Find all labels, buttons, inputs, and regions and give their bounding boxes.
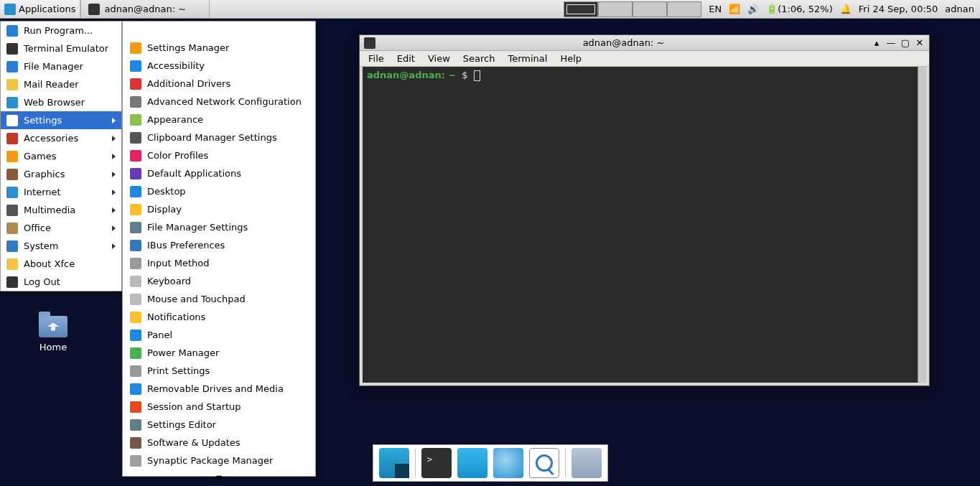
dock-terminal[interactable] xyxy=(421,448,452,478)
notifications-icon[interactable]: 🔔 xyxy=(840,4,851,14)
submenu-item-settings-editor[interactable]: Settings Editor xyxy=(123,416,315,434)
dock-file-manager[interactable] xyxy=(457,448,487,478)
dock-show-desktop[interactable] xyxy=(379,448,409,478)
menu-item-system[interactable]: System xyxy=(1,237,121,255)
dock-web-browser[interactable] xyxy=(493,448,523,478)
submenu-arrow-icon xyxy=(112,225,116,231)
submenu-item-panel[interactable]: Panel xyxy=(123,326,315,344)
submenu-item-label: Settings Manager xyxy=(147,42,229,53)
terminal-menu-view[interactable]: View xyxy=(428,53,450,64)
submenu-item-default-applications[interactable]: Default Applications xyxy=(123,164,315,182)
submenu-item-icon xyxy=(130,294,141,305)
workspace-3[interactable] xyxy=(633,1,667,17)
desktop-home-icon[interactable]: Home xyxy=(32,316,75,352)
menu-item-graphics[interactable]: Graphics xyxy=(1,165,121,183)
menu-item-log-out[interactable]: Log Out xyxy=(1,273,121,291)
submenu-arrow-icon xyxy=(112,172,116,177)
terminal-menu-edit[interactable]: Edit xyxy=(397,53,415,64)
minimize-button[interactable]: — xyxy=(886,38,896,48)
submenu-arrow-icon xyxy=(112,190,116,195)
taskbar-window-button[interactable]: adnan@adnan: ~ xyxy=(80,0,210,18)
menu-item-internet[interactable]: Internet xyxy=(1,183,121,201)
submenu-item-input-method[interactable]: Input Method xyxy=(123,254,315,272)
rollup-button[interactable]: ▴ xyxy=(872,38,882,48)
menu-item-run-program[interactable]: Run Program... xyxy=(1,22,121,39)
submenu-item-synaptic-package-manager[interactable]: Synaptic Package Manager xyxy=(123,452,315,469)
submenu-item-icon xyxy=(130,347,141,359)
menu-item-office[interactable]: Office xyxy=(1,219,121,237)
menu-item-games[interactable]: Games xyxy=(1,147,121,165)
user-menu[interactable]: adnan xyxy=(945,4,974,14)
submenu-item-file-manager-settings[interactable]: File Manager Settings xyxy=(123,218,315,236)
terminal-menu-help[interactable]: Help xyxy=(560,53,582,64)
taskbar-window-title: adnan@adnan: ~ xyxy=(104,4,186,14)
submenu-item-accessibility[interactable]: Accessibility xyxy=(123,57,315,75)
submenu-item-display[interactable]: Display xyxy=(123,200,315,218)
terminal-scrollbar[interactable] xyxy=(918,67,926,383)
submenu-item-software-updates[interactable]: Software & Updates xyxy=(123,434,315,452)
menu-item-icon xyxy=(6,223,18,234)
submenu-item-print-settings[interactable]: Print Settings xyxy=(123,362,315,380)
menu-item-label: Graphics xyxy=(24,169,65,179)
menu-item-mail-reader[interactable]: Mail Reader xyxy=(1,75,121,93)
submenu-item-icon xyxy=(130,312,141,323)
dock-app-finder[interactable] xyxy=(529,448,559,478)
submenu-item-ibus-preferences[interactable]: IBus Preferences xyxy=(123,236,315,254)
volume-icon[interactable]: 🔊 xyxy=(747,4,759,14)
menu-item-icon xyxy=(6,276,18,288)
terminal-menu-file[interactable]: File xyxy=(368,53,384,64)
submenu-item-mouse-and-touchpad[interactable]: Mouse and Touchpad xyxy=(123,290,315,308)
applications-menu-button[interactable]: Applications xyxy=(0,0,80,18)
top-panel: Applications adnan@adnan: ~ EN 📶 🔊 🔋(1:0… xyxy=(0,0,980,19)
close-button[interactable]: ✕ xyxy=(915,38,925,48)
workspace-2[interactable] xyxy=(598,1,633,17)
menu-item-web-browser[interactable]: Web Browser xyxy=(1,93,121,111)
terminal-titlebar[interactable]: adnan@adnan: ~ ▴ — ▢ ✕ xyxy=(360,35,929,51)
terminal-menubar: FileEditViewSearchTerminalHelp xyxy=(360,51,929,67)
keyboard-layout-indicator[interactable]: EN xyxy=(709,4,722,14)
submenu-item-icon xyxy=(130,132,141,144)
terminal-menu-terminal[interactable]: Terminal xyxy=(508,53,547,64)
menu-item-about-xfce[interactable]: About Xfce xyxy=(1,255,121,273)
applications-label: Applications xyxy=(19,4,75,14)
submenu-item-desktop[interactable]: Desktop xyxy=(123,182,315,200)
settings-submenu: Settings ManagerAccessibilityAdditional … xyxy=(122,21,316,477)
submenu-arrow-icon xyxy=(112,207,116,213)
maximize-button[interactable]: ▢ xyxy=(900,38,910,48)
submenu-item-power-manager[interactable]: Power Manager xyxy=(123,344,315,362)
workspace-1[interactable] xyxy=(564,1,598,17)
menu-item-label: Settings xyxy=(24,115,62,126)
workspace-4[interactable] xyxy=(667,1,701,17)
menu-item-multimedia[interactable]: Multimedia xyxy=(1,201,121,219)
terminal-cursor xyxy=(474,70,480,81)
submenu-item-keyboard[interactable]: Keyboard xyxy=(123,272,315,290)
submenu-item-session-and-startup[interactable]: Session and Startup xyxy=(123,398,315,416)
terminal-menu-search[interactable]: Search xyxy=(463,53,495,64)
terminal-title: adnan@adnan: ~ xyxy=(380,37,867,48)
submenu-item-label: Panel xyxy=(147,330,172,340)
submenu-item-advanced-network-configuration[interactable]: Advanced Network Configuration xyxy=(123,93,315,111)
clock[interactable]: Fri 24 Sep, 00:50 xyxy=(859,4,938,14)
submenu-item-additional-drivers[interactable]: Additional Drivers xyxy=(123,75,315,93)
dock-home-folder[interactable] xyxy=(571,448,602,478)
menu-item-accessories[interactable]: Accessories xyxy=(1,129,121,147)
terminal-body[interactable]: adnan@adnan: ~ $ xyxy=(363,67,926,383)
menu-item-file-manager[interactable]: File Manager xyxy=(1,57,121,75)
submenu-item-appearance[interactable]: Appearance xyxy=(123,111,315,128)
submenu-item-clipboard-manager-settings[interactable]: Clipboard Manager Settings xyxy=(123,128,315,146)
submenu-item-notifications[interactable]: Notifications xyxy=(123,308,315,326)
menu-item-terminal-emulator[interactable]: Terminal Emulator xyxy=(1,39,121,57)
submenu-item-removable-drives-and-media[interactable]: Removable Drives and Media xyxy=(123,380,315,398)
menu-item-settings[interactable]: Settings xyxy=(1,111,121,129)
network-icon[interactable]: 📶 xyxy=(729,4,740,14)
submenu-scroll-down[interactable]: ▾ xyxy=(123,469,315,486)
terminal-titlebar-icon xyxy=(364,37,375,49)
submenu-item-color-profiles[interactable]: Color Profiles xyxy=(123,146,315,164)
submenu-item-icon xyxy=(130,60,141,72)
submenu-item-settings-manager[interactable]: Settings Manager xyxy=(123,39,315,57)
battery-indicator[interactable]: 🔋(1:06, 52%) xyxy=(766,4,833,14)
menu-item-icon xyxy=(6,151,18,162)
workspace-switcher[interactable] xyxy=(564,1,701,17)
menu-item-label: File Manager xyxy=(24,61,83,72)
submenu-item-label: Display xyxy=(147,204,182,215)
